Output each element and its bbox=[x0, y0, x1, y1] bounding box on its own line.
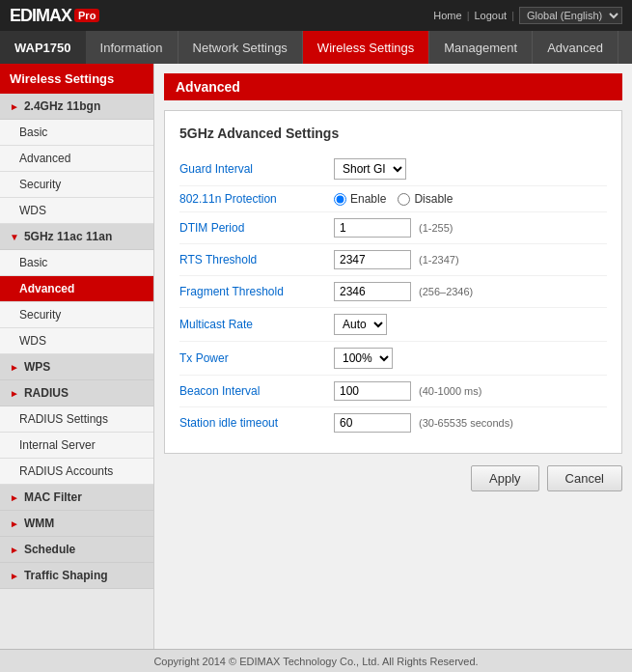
content: Advanced 5GHz Advanced Settings Guard In… bbox=[154, 64, 632, 649]
label-guard-interval: Guard Interval bbox=[179, 162, 334, 176]
arrow-icon: ► bbox=[10, 101, 19, 112]
label-protection: 802.11n Protection bbox=[179, 192, 334, 206]
label-beacon: Beacon Interval bbox=[179, 384, 334, 398]
sidebar-item-wps[interactable]: ► WPS bbox=[0, 354, 153, 380]
sidebar-item-24ghz-wds[interactable]: WDS bbox=[0, 198, 153, 224]
radio-enable-label[interactable]: Enable bbox=[334, 192, 386, 206]
sidebar-item-24ghz-basic[interactable]: Basic bbox=[0, 120, 153, 146]
nav-item-wireless-settings[interactable]: Wireless Settings bbox=[303, 31, 429, 64]
control-idle-timeout: (30-65535 seconds) bbox=[334, 413, 513, 433]
form-row-beacon: Beacon Interval (40-1000 ms) bbox=[179, 376, 607, 407]
arrow-icon-wmm: ► bbox=[10, 518, 19, 529]
footer: Copyright 2014 © EDIMAX Technology Co., … bbox=[0, 649, 632, 672]
form-row-txpower: Tx Power 100% 75% 50% 25% bbox=[179, 342, 607, 376]
select-txpower[interactable]: 100% 75% 50% 25% bbox=[334, 348, 393, 369]
input-beacon[interactable] bbox=[334, 381, 411, 401]
arrow-icon-schedule: ► bbox=[10, 545, 19, 555]
label-dtim: DTIM Period bbox=[179, 221, 334, 235]
sidebar-group-24ghz: ► 2.4GHz 11bgn Basic Advanced Security W… bbox=[0, 94, 153, 224]
form-row-guard-interval: Guard Interval Short GI Long GI bbox=[179, 153, 607, 186]
apply-button[interactable]: Apply bbox=[471, 465, 539, 491]
radio-enable-text: Enable bbox=[350, 192, 386, 206]
input-rts[interactable] bbox=[334, 250, 411, 269]
sidebar: Wireless Settings ► 2.4GHz 11bgn Basic A… bbox=[0, 64, 154, 649]
sidebar-group-5ghz-title[interactable]: ▼ 5GHz 11ac 11an bbox=[0, 224, 153, 250]
nav-item-management[interactable]: Management bbox=[429, 31, 533, 64]
sidebar-item-mac-filter[interactable]: ► MAC Filter bbox=[0, 485, 153, 511]
sidebar-group-24ghz-title[interactable]: ► 2.4GHz 11bgn bbox=[0, 94, 153, 120]
nav-brand: WAP1750 bbox=[0, 31, 86, 64]
label-multicast: Multicast Rate bbox=[179, 318, 334, 331]
nav-item-advanced[interactable]: Advanced bbox=[533, 31, 618, 64]
sidebar-item-wmm[interactable]: ► WMM bbox=[0, 511, 153, 537]
hint-beacon: (40-1000 ms) bbox=[419, 385, 481, 397]
select-guard-interval[interactable]: Short GI Long GI bbox=[334, 158, 406, 180]
settings-box: 5GHz Advanced Settings Guard Interval Sh… bbox=[164, 110, 622, 454]
settings-box-title: 5GHz Advanced Settings bbox=[179, 126, 607, 141]
footer-text: Copyright 2014 © EDIMAX Technology Co., … bbox=[153, 656, 478, 667]
arrow-icon-wps: ► bbox=[10, 362, 19, 373]
main: Wireless Settings ► 2.4GHz 11bgn Basic A… bbox=[0, 64, 632, 649]
form-row-idle-timeout: Station idle timeout (30-65535 seconds) bbox=[179, 407, 607, 438]
sidebar-item-radius-accounts[interactable]: RADIUS Accounts bbox=[0, 459, 153, 485]
control-rts: (1-2347) bbox=[334, 250, 459, 269]
sidebar-item-radius-settings[interactable]: RADIUS Settings bbox=[0, 406, 153, 433]
nav-item-information[interactable]: Information bbox=[86, 31, 179, 64]
nav-items: Information Network Settings Wireless Se… bbox=[86, 31, 618, 64]
control-guard-interval: Short GI Long GI bbox=[334, 158, 406, 180]
buttons-row: Apply Cancel bbox=[164, 465, 622, 491]
sidebar-item-schedule[interactable]: ► Schedule bbox=[0, 537, 153, 563]
nav-item-network-settings[interactable]: Network Settings bbox=[179, 31, 303, 64]
control-beacon: (40-1000 ms) bbox=[334, 381, 481, 401]
label-fragment: Fragment Threshold bbox=[179, 285, 334, 298]
sidebar-item-radius[interactable]: ► RADIUS bbox=[0, 380, 153, 406]
label-rts: RTS Threshold bbox=[179, 253, 334, 266]
control-protection: Enable Disable bbox=[334, 192, 453, 206]
hint-fragment: (256–2346) bbox=[419, 286, 473, 297]
cancel-button[interactable]: Cancel bbox=[547, 465, 622, 491]
radio-disable[interactable] bbox=[398, 193, 410, 206]
form-row-fragment: Fragment Threshold (256–2346) bbox=[179, 276, 607, 308]
sidebar-item-traffic-shaping[interactable]: ► Traffic Shaping bbox=[0, 563, 153, 589]
control-fragment: (256–2346) bbox=[334, 282, 473, 301]
hint-dtim: (1-255) bbox=[419, 222, 453, 234]
arrow-icon-mac: ► bbox=[10, 492, 19, 503]
input-fragment[interactable] bbox=[334, 282, 411, 301]
logo: EDIMAX Pro bbox=[10, 6, 99, 26]
label-txpower: Tx Power bbox=[179, 351, 334, 365]
hint-idle-timeout: (30-65535 seconds) bbox=[419, 417, 513, 429]
sidebar-item-24ghz-security[interactable]: Security bbox=[0, 172, 153, 198]
sidebar-title: Wireless Settings bbox=[0, 64, 153, 94]
navbar: WAP1750 Information Network Settings Wir… bbox=[0, 31, 632, 64]
form-row-dtim: DTIM Period (1-255) bbox=[179, 212, 607, 244]
control-multicast: Auto 1 2 5.5 6 bbox=[334, 314, 387, 335]
logout-link[interactable]: Logout bbox=[474, 10, 507, 21]
home-link[interactable]: Home bbox=[433, 10, 461, 21]
radio-disable-text: Disable bbox=[414, 192, 453, 206]
form-row-protection: 802.11n Protection Enable Disable bbox=[179, 186, 607, 212]
sidebar-item-5ghz-basic[interactable]: Basic bbox=[0, 250, 153, 276]
sidebar-group-5ghz: ▼ 5GHz 11ac 11an Basic Advanced Security… bbox=[0, 224, 153, 354]
header-right: Home | Logout | Global (English) bbox=[433, 7, 622, 24]
radio-disable-label[interactable]: Disable bbox=[398, 192, 453, 206]
select-multicast[interactable]: Auto 1 2 5.5 6 bbox=[334, 314, 387, 335]
header: EDIMAX Pro Home | Logout | Global (Engli… bbox=[0, 0, 632, 31]
logo-pro: Pro bbox=[74, 9, 99, 22]
arrow-icon-5ghz: ▼ bbox=[10, 232, 19, 242]
hint-rts: (1-2347) bbox=[419, 254, 459, 266]
arrow-icon-traffic: ► bbox=[10, 571, 19, 581]
form-row-rts: RTS Threshold (1-2347) bbox=[179, 244, 607, 276]
control-txpower: 100% 75% 50% 25% bbox=[334, 348, 393, 369]
sidebar-item-5ghz-wds[interactable]: WDS bbox=[0, 328, 153, 354]
radio-group-protection: Enable Disable bbox=[334, 192, 453, 206]
sidebar-item-24ghz-advanced[interactable]: Advanced bbox=[0, 146, 153, 172]
input-idle-timeout[interactable] bbox=[334, 413, 411, 433]
radio-enable[interactable] bbox=[334, 193, 346, 206]
language-select[interactable]: Global (English) bbox=[519, 7, 622, 24]
input-dtim[interactable] bbox=[334, 218, 411, 238]
sidebar-item-internal-server[interactable]: Internal Server bbox=[0, 433, 153, 459]
sidebar-item-5ghz-security[interactable]: Security bbox=[0, 302, 153, 328]
sidebar-item-5ghz-advanced[interactable]: Advanced bbox=[0, 276, 153, 302]
arrow-icon-radius: ► bbox=[10, 388, 19, 399]
logo-text: EDIMAX bbox=[10, 6, 71, 26]
